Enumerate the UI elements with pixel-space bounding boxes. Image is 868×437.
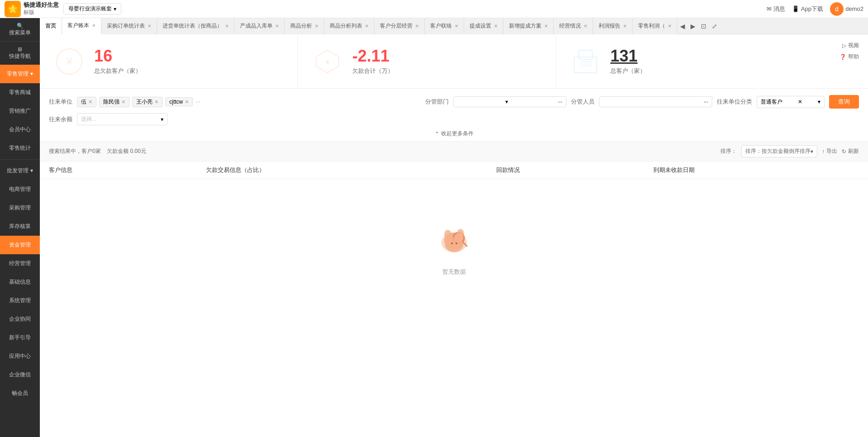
filter-tag-chen[interactable]: 陈民强 ✕ <box>99 97 129 107</box>
tab-new-raise[interactable]: 新增提成方案 ✕ <box>504 18 554 34</box>
tag-close-wu[interactable]: ✕ <box>88 99 92 105</box>
tab-close-operations[interactable]: ✕ <box>584 24 587 28</box>
unit-class-tag-close[interactable]: ✕ <box>798 99 802 105</box>
help-link[interactable]: ❓ 帮助 <box>839 53 859 61</box>
filter-balance-dropdown[interactable]: 选择... ▾ <box>77 113 168 125</box>
top-bar: 🌟 畅捷通好生意 标版 母婴行业演示账套 ▾ ✉ 消息 📱 App下载 d de… <box>0 0 868 18</box>
sidebar-item-retail-stat[interactable]: 零售统计 <box>0 139 40 157</box>
tag-close-chen[interactable]: ✕ <box>121 99 125 105</box>
filter-tags-unit: 伍 ✕ 陈民强 ✕ 王小亮 ✕ <box>77 97 421 107</box>
tab-purchase-orders[interactable]: 采购订单统计表 ✕ <box>101 18 157 34</box>
tab-raise-settings[interactable]: 提成设置 ✕ <box>464 18 504 34</box>
logo-area: 🌟 畅捷通好生意 标版 <box>5 1 59 17</box>
sidebar-item-retail-mall[interactable]: 零售商城 <box>0 83 40 102</box>
tab-accounts[interactable]: 客户账本 ✕ <box>62 18 101 34</box>
app-download-btn[interactable]: 📱 App下载 <box>792 5 823 13</box>
chevron-down-icon-dept: ▾ <box>505 99 508 105</box>
tab-customer-seg[interactable]: 客户分层经营 ✕ <box>374 18 425 34</box>
tab-close-purchase-stat[interactable]: ✕ <box>225 24 229 28</box>
more-icon-dept: ··· <box>558 99 562 105</box>
sidebar-item-retail[interactable]: 零售管理 ▾ <box>0 65 40 83</box>
tab-retail-profit[interactable]: 零售利润（ ✕ <box>633 18 677 34</box>
sidebar-item-ecommerce[interactable]: 电商管理 <box>0 180 40 199</box>
tab-close-goods-analysis-list[interactable]: ✕ <box>365 24 369 28</box>
tab-bar: 首页 客户账本 ✕ 采购订单统计表 ✕ 进货单统计表（按商品） ✕ 产成品入库单… <box>40 18 868 34</box>
tab-production[interactable]: 产成品入库单 ✕ <box>235 18 285 34</box>
sidebar-item-wechat[interactable]: 企业微信 <box>0 366 40 384</box>
sidebar-item-system[interactable]: 系统管理 <box>0 291 40 310</box>
sidebar-item-basic-info[interactable]: 基础信息 <box>0 273 40 291</box>
tab-customer-contact[interactable]: 客户联络 ✕ <box>425 18 464 34</box>
filter-tag-wu[interactable]: 伍 ✕ <box>77 97 96 107</box>
query-button[interactable]: 查询 <box>829 95 859 109</box>
sidebar-item-wholesale[interactable]: 批发管理 ▾ <box>0 162 40 180</box>
sort-dropdown[interactable]: 排序：按欠款金额倒序排序 ▾ <box>741 145 817 157</box>
filter-unit-class-dropdown[interactable]: 普通客户 ✕ ▾ <box>757 96 825 108</box>
sidebar-item-finance[interactable]: 资金管理 <box>0 236 40 254</box>
filter-dept-dropdown[interactable]: ▾ ··· <box>453 96 566 107</box>
tag-close-cjttcw[interactable]: ✕ <box>185 99 189 105</box>
stat-value-total[interactable]: 131 <box>610 48 646 64</box>
tag-close-wang[interactable]: ✕ <box>154 99 158 105</box>
tab-close-profit-report[interactable]: ✕ <box>623 24 627 28</box>
tab-scroll-right[interactable]: ▶ <box>688 23 698 30</box>
sidebar-item-member[interactable]: 会员中心 <box>0 120 40 139</box>
filter-tag-wang[interactable]: 王小亮 ✕ <box>132 97 163 107</box>
sidebar-divider-1 <box>0 159 40 160</box>
sidebar-search[interactable]: 🔍 搜索菜单 <box>0 18 40 42</box>
stat-info-customers: 16 总欠款客户（家） <box>94 48 141 75</box>
chevron-down-icon-class: ▾ <box>818 99 820 105</box>
sidebar-item-new-guide[interactable]: 新手引导 <box>0 328 40 347</box>
search-icon: 🔍 <box>17 23 24 29</box>
sidebar-item-vip[interactable]: 畅会员 <box>0 384 40 403</box>
tab-purchase-stat[interactable]: 进货单统计表（按商品） ✕ <box>157 18 235 34</box>
col-due-date: 到期未收款日期 <box>644 162 868 179</box>
svg-rect-5 <box>582 62 585 66</box>
svg-rect-6 <box>587 62 591 66</box>
tab-fullscreen[interactable]: ⤢ <box>709 23 720 30</box>
tab-scroll-left[interactable]: ◀ <box>677 23 688 30</box>
filter-person-dropdown[interactable]: ··· <box>599 96 712 107</box>
sidebar: 🔍 搜索菜单 ⊞ 快捷导航 零售管理 ▾ 零售商城 营销推广 会员中心 零售统计 <box>0 18 40 437</box>
tab-close-goods-analysis[interactable]: ✕ <box>315 24 318 28</box>
stat-icon-badge: ✦ <box>312 46 343 77</box>
collapse-btn[interactable]: ⌃ 收起更多条件 <box>49 130 859 138</box>
sidebar-item-app-center[interactable]: 应用中心 <box>0 347 40 366</box>
sidebar-item-enterprise-coop[interactable]: 企业协同 <box>0 310 40 328</box>
filter-person-label: 分管人员 <box>571 98 595 106</box>
tab-maximize[interactable]: ⊡ <box>698 23 709 30</box>
play-icon: ▷ <box>842 43 846 49</box>
avatar: d <box>830 2 844 16</box>
tab-close-purchase-orders[interactable]: ✕ <box>148 24 151 28</box>
tab-goods-analysis-list[interactable]: 商品分析列表 ✕ <box>324 18 374 34</box>
sidebar-item-operations[interactable]: 经营管理 <box>0 254 40 273</box>
video-link[interactable]: ▷ 视频 <box>842 42 859 49</box>
tab-profit-report[interactable]: 利润报告 ✕ <box>593 18 633 34</box>
refresh-btn[interactable]: ↻ 刷新 <box>842 147 859 155</box>
sort-label: 排序： <box>720 147 737 155</box>
filter-dept-label: 分管部门 <box>425 98 449 106</box>
filter-more-tags[interactable]: ··· <box>196 99 200 105</box>
export-btn[interactable]: ↑ 导出 <box>822 147 837 155</box>
account-selector[interactable]: 母婴行业演示账套 ▾ <box>63 3 121 14</box>
tab-close-customer-seg[interactable]: ✕ <box>415 24 419 28</box>
sidebar-item-purchase[interactable]: 采购管理 <box>0 199 40 217</box>
message-btn[interactable]: ✉ 消息 <box>767 5 785 13</box>
tab-close-new-raise[interactable]: ✕ <box>544 24 548 28</box>
tab-operations[interactable]: 经营情况 ✕ <box>554 18 593 34</box>
data-table: 客户信息 欠款交易信息（占比） 回款情况 到期未收款日期 <box>40 162 868 179</box>
sidebar-quick-nav[interactable]: ⊞ 快捷导航 <box>0 42 40 65</box>
tab-close-production[interactable]: ✕ <box>275 24 279 28</box>
tab-close-raise-settings[interactable]: ✕ <box>494 24 498 28</box>
tab-home[interactable]: 首页 <box>40 18 62 34</box>
logo-text: 畅捷通好生意 标版 <box>24 1 59 16</box>
filter-tag-cjttcw[interactable]: cjttcw ✕ <box>165 97 193 106</box>
user-avatar-btn[interactable]: d demo2 <box>830 2 863 16</box>
sidebar-item-inventory[interactable]: 库存核算 <box>0 217 40 236</box>
tab-close-accounts[interactable]: ✕ <box>92 23 96 28</box>
empty-state: 暂无数据 <box>40 179 868 312</box>
sidebar-item-marketing[interactable]: 营销推广 <box>0 102 40 120</box>
tab-close-retail-profit[interactable]: ✕ <box>668 24 671 28</box>
tab-goods-analysis[interactable]: 商品分析 ✕ <box>285 18 324 34</box>
tab-close-customer-contact[interactable]: ✕ <box>455 24 458 28</box>
